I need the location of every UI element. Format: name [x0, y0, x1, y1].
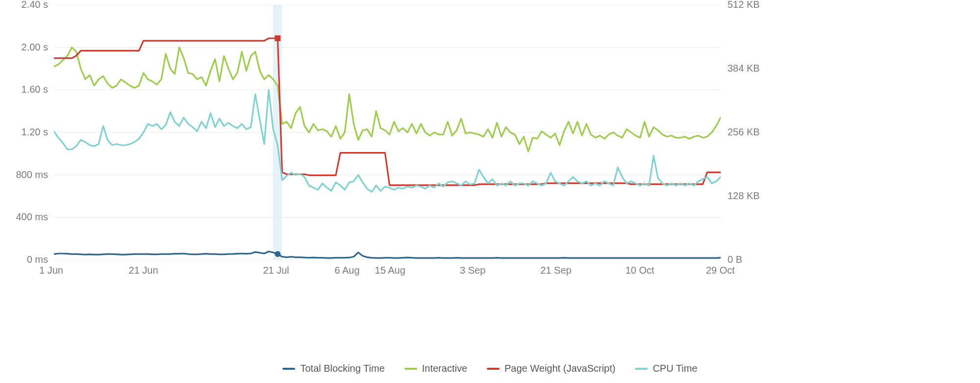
y-left-tick: 800 ms	[16, 169, 48, 180]
legend-label: CPU Time	[653, 363, 697, 374]
y-left-tick: 0 ms	[27, 254, 48, 265]
legend-swatch	[282, 368, 295, 370]
y-right-tick: 128 KB	[728, 190, 760, 202]
legend-swatch	[404, 368, 417, 370]
data-series	[54, 38, 721, 258]
legend: Total Blocking TimeInteractivePage Weigh…	[0, 363, 980, 374]
x-tick: 29 Oct	[706, 265, 735, 276]
y-right-tick: 256 KB	[728, 127, 760, 138]
plot-area[interactable]	[54, 5, 721, 260]
series-cpu-time[interactable]	[54, 90, 721, 192]
legend-item-cpu-time[interactable]: CPU Time	[635, 363, 697, 374]
y-right-tick: 512 KB	[728, 0, 760, 10]
y-left-tick: 2.00 s	[22, 42, 48, 53]
marker-circle	[275, 251, 280, 257]
legend-label: Total Blocking Time	[300, 363, 384, 374]
legend-item-total-blocking-time[interactable]: Total Blocking Time	[282, 363, 384, 374]
y-left-tick: 400 ms	[16, 211, 48, 223]
y-left-tick: 1.20 s	[22, 127, 48, 138]
legend-item-page-weight-javascript-[interactable]: Page Weight (JavaScript)	[487, 363, 615, 374]
x-tick: 1 Jun	[39, 265, 63, 276]
legend-swatch	[487, 368, 500, 370]
series-interactive[interactable]	[54, 48, 721, 152]
legend-label: Page Weight (JavaScript)	[504, 363, 615, 374]
y-left-tick: 2.40 s	[22, 0, 48, 10]
x-tick: 3 Sep	[460, 265, 485, 276]
x-tick: 10 Oct	[626, 265, 654, 276]
x-tick: 21 Jun	[129, 265, 158, 276]
y-right-tick: 384 KB	[728, 63, 760, 74]
x-tick: 21 Jul	[263, 265, 289, 276]
legend-swatch	[635, 368, 648, 370]
series-page-weight-javascript-[interactable]	[54, 38, 721, 185]
legend-label: Interactive	[422, 363, 467, 374]
y-right-tick: 0 B	[728, 254, 742, 265]
chart-container: { "chart_data": { "type": "line", "x": […	[0, 0, 980, 383]
y-left-tick: 1.60 s	[22, 84, 48, 95]
x-tick: 6 Aug	[334, 265, 359, 276]
legend-item-interactive[interactable]: Interactive	[404, 363, 467, 374]
series-total-blocking-time[interactable]	[54, 252, 721, 258]
marker-square	[275, 35, 280, 41]
x-tick: 21 Sep	[540, 265, 571, 276]
x-tick: 15 Aug	[375, 265, 405, 276]
